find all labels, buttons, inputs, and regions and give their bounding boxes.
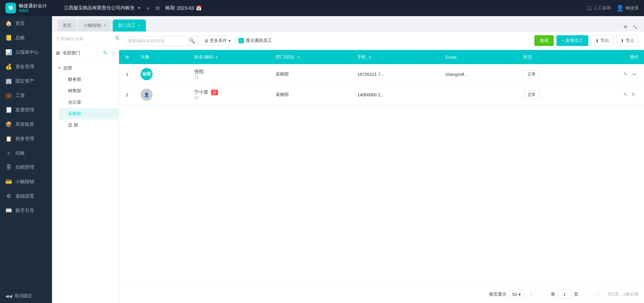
tab-dept-employee[interactable]: 部门员工 × [113,19,146,32]
add-company-icon[interactable]: ＋ [145,4,151,12]
user-menu[interactable]: 👤 畅捷通 [616,4,639,12]
content-area: 首页 小畅报销 × 部门员工 × ✕ ⤡ 🔍 [52,16,644,303]
table-row: 2 👤 宁小壹 应 12 [119,85,644,105]
dept-tree-item-finance[interactable]: 财务部 [59,74,119,85]
row1-avatar-cell: 张熙 [135,64,189,85]
page-prev-btn[interactable]: ＜ [539,290,548,299]
dept-tree-item-sales[interactable]: 销售部 [59,85,119,97]
filter-btn[interactable]: ⊞ 更多条件 ▾ [201,36,234,46]
row1-email-cell: zhangxidf... [440,64,518,85]
employee-search-icon[interactable]: 🔍 [189,38,195,44]
tab-close-window-icon[interactable]: ✕ [622,22,629,32]
sidebar-item-archive[interactable]: 🗄 归档管理 [0,160,52,174]
page-next-btn[interactable]: ＞ [581,290,590,299]
sidebar-item-expense[interactable]: 💳 小畅报销 [0,174,52,189]
row1-actions-cell: ✎ ⇥ [583,64,644,85]
page-last-btn[interactable]: ⟩⟩ [593,290,602,299]
row1-avatar: 张熙 [141,68,153,80]
dept-search-area: 🔍 [52,32,119,46]
row1-logout-icon[interactable]: ⇥ [632,71,636,77]
company-selector[interactable]: 江西服宝精品有限责任公司内账张 ▼ [64,5,141,11]
sidebar-item-tax[interactable]: 📋 税务管理 [0,132,52,146]
th-settings[interactable]: ⚙ [119,50,135,64]
invite-btn[interactable]: 邀请 [534,35,554,46]
dept-collapse-icon[interactable]: 《 [110,50,115,56]
row2-edit-icon[interactable]: ✎ [623,92,628,97]
show-resigned-toggle[interactable]: ✓ 显示离职员工 [238,38,272,44]
row2-refresh-icon[interactable]: ↻ [632,92,636,97]
row2-name: 宁小壹 应 [194,89,265,95]
row2-index: 2 [119,85,135,105]
sidebar-item-assets[interactable]: 🏢 固定资产 [0,74,52,88]
row2-phone-cell: 14000000 2... [352,85,440,105]
dept-search-input[interactable] [56,36,112,41]
basic-settings-icon: ⚙ [5,193,12,199]
tab-expense-close[interactable]: × [104,23,106,28]
sidebar-item-ledger[interactable]: 📒 总账 [0,31,52,45]
row2-status-cell: 正常 [518,85,583,105]
dept-tree-item-zongbu[interactable]: ▼ 总部 [52,62,119,74]
dept-office-label: 办公室 [68,99,81,105]
dept-tree-item-office[interactable]: 办公室 [59,97,119,108]
filter-label: 更多条件 [210,38,227,44]
row2-name-cell: 宁小壹 应 12 [189,85,270,105]
tab-home[interactable]: 首页 [57,19,77,32]
page-first-btn[interactable]: ⟨⟨ [527,290,536,299]
sidebar-item-guide[interactable]: 📖 新手引导 [0,203,52,218]
period-label: 账期 [165,5,175,11]
th-name[interactable]: 姓名/编码 ⇅ [189,50,270,64]
period-value[interactable]: 2023-03 [177,5,194,11]
headset-icon: 🎧 [587,6,592,11]
sidebar-item-settings[interactable]: ⚙ 基础设置 [0,189,52,203]
dept-tree-item-purchasing[interactable]: 采购部 [59,108,119,119]
sidebar-item-inventory[interactable]: 📦 库存核算 [0,117,52,132]
sidebar-label-reports: 云报表中心 [15,49,39,55]
tax-icon: 📋 [5,136,12,142]
show-resigned-checkbox[interactable]: ✓ [238,38,244,43]
ledger-icon: 📒 [5,35,12,41]
dept-purchasing-label: 采购部 [68,111,81,117]
th-name-label: 姓名/编码 [194,54,213,59]
sidebar-item-checkout[interactable]: ✓ 结账 [0,146,52,160]
row2-avatar-cell: 👤 [135,85,189,105]
page-input[interactable] [558,290,571,299]
employee-search-input[interactable] [127,38,186,43]
sidebar-item-reports[interactable]: 📊 云报表中心 [0,45,52,59]
row1-phone-cell: 18720211 7... [352,64,440,85]
sidebar-label-home: 首页 [15,20,25,27]
sidebar-item-invoice[interactable]: 🧾 发票管理 [0,103,52,117]
tree-arrow-icon: ▼ [57,66,61,70]
dept-grid-icon: ⊞ [56,50,60,56]
settings-icon[interactable]: ⚙ [155,5,160,11]
service-btn[interactable]: 🎧 人工咨询 [587,5,611,11]
import-btn[interactable]: ⬇ 导入 [616,35,639,46]
add-employee-btn[interactable]: + 新增员工 [556,35,588,46]
th-phone[interactable]: 手机 ⇅ [352,50,440,64]
row2-tag-badge: 应 [211,90,218,95]
th-dept[interactable]: 部门/职位 ⇅ [270,50,352,64]
dept-tree-item-hq[interactable]: 总 部 [59,119,119,131]
tab-expense[interactable]: 小畅报销 × [78,19,111,32]
filter-icon: ⊞ [205,38,208,43]
row1-edit-icon[interactable]: ✎ [623,71,628,77]
sidebar-item-funds[interactable]: 💰 资金管理 [0,59,52,74]
tab-expand-icon[interactable]: ⤡ [632,22,639,32]
th-phone-label: 手机 [357,54,366,59]
tab-dept-close[interactable]: × [138,23,141,28]
sidebar-scroll: 🏠 首页 📒 总账 📊 云报表中心 💰 资金管理 🏢 固定资产 💼 工资 [0,16,52,289]
tab-home-label: 首页 [63,22,71,29]
calendar-icon[interactable]: 📅 [196,5,202,11]
sidebar-item-payroll[interactable]: 💼 工资 [0,88,52,103]
sidebar-item-home[interactable]: 🏠 首页 [0,16,52,31]
sidebar: 🏠 首页 📒 总账 📊 云报表中心 💰 资金管理 🏢 固定资产 💼 工资 [0,16,52,303]
dept-edit-icon[interactable]: ✎ [103,50,107,56]
pin-icon: ◀◀ [5,294,12,299]
export-btn[interactable]: ⬆ 导出 [591,35,613,46]
inventory-icon: 📦 [5,121,12,128]
th-name-sort-icon: ⇅ [215,55,218,59]
all-dept-label[interactable]: 全部部门 [63,50,100,56]
cancel-pin-btn[interactable]: ◀◀ 取消固定 [0,289,52,303]
row1-code: 11 [194,75,265,80]
per-page-select[interactable]: 50 ▾ [509,291,524,298]
main-layout: 🏠 首页 📒 总账 📊 云报表中心 💰 资金管理 🏢 固定资产 💼 工资 [0,16,644,303]
